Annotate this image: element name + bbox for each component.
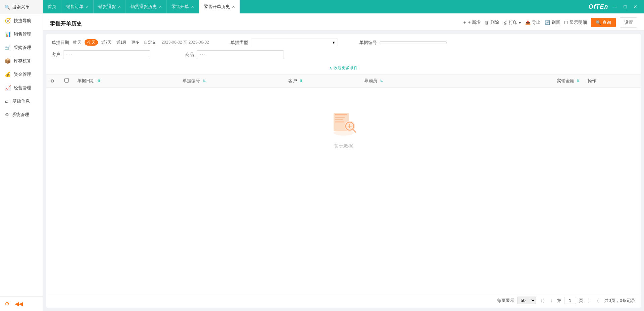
close-tab-sales-return-history[interactable]: ✕ [159,5,162,9]
bill-type-label: 单据类型 [231,40,248,46]
sort-amount-icon[interactable]: ⇅ [577,79,580,83]
minimize-button[interactable]: — [610,3,620,11]
close-tab-retail-open[interactable]: ✕ [191,5,194,9]
date-btn-yesterday[interactable]: 昨天 [72,39,83,46]
page-title: 零售开单历史 [50,20,82,28]
sidebar-item-inventory[interactable]: 📦 库存核算 [0,54,43,68]
th-customer[interactable]: 客户 ⇅ [284,74,360,88]
chevron-down-icon: ▾ [333,40,335,45]
query-label: 查询 [602,19,611,25]
goods-input[interactable]: ··· [197,50,284,59]
close-tab-retail-open-history[interactable]: ✕ [232,5,235,9]
customer-filter: 客户 ··· [52,50,150,59]
th-amount[interactable]: 实销金额 ⇅ [478,74,584,88]
display-detail-button[interactable]: ☐ 显示明细 [564,19,587,25]
delete-button[interactable]: 🗑 删除 [485,19,499,25]
sidebar-search[interactable]: 🔍 搜索采单 [0,0,43,14]
date-btn-custom[interactable]: 自定义 [143,39,157,46]
date-btn-more[interactable]: 更多 [130,39,141,46]
query-button[interactable]: 🔍 查询 [591,18,616,27]
page-suffix: 页 [579,298,583,304]
th-bill-no[interactable]: 单据编号 ⇅ [179,74,284,88]
tab-sales-return-label: 销货退货 [98,4,116,10]
date-btn-last1month[interactable]: 近1月 [115,39,128,46]
tab-sales-order[interactable]: 销售订单 ✕ [61,0,94,13]
refresh-button[interactable]: 🔄 刷新 [545,19,560,25]
sidebar-item-label: 系统管理 [12,112,29,118]
svg-line-8 [353,129,356,132]
filter-row-1: 单据日期 昨天 今天 近7天 近1月 更多 自定义 2023-06-02 至 2… [52,39,635,46]
add-button[interactable]: ＋ + 新增 [462,19,481,25]
search-icon: 🔍 [5,5,10,10]
sidebar-search-label: 搜索采单 [12,4,30,10]
sidebar-item-finance[interactable]: 💰 资金管理 [0,68,43,81]
page-number-input[interactable] [564,297,576,304]
quick-nav-icon: 🧭 [5,18,11,24]
last-page-button[interactable]: ⟩⟩ [594,297,602,304]
topbar: 首页 销售订单 ✕ 销货退货 ✕ 销货退货历史 ✕ 零售开单 ✕ 零售开单历史 … [43,0,644,13]
sort-customer-icon[interactable]: ⇅ [299,79,302,83]
column-settings-icon[interactable]: ⚙ [50,79,54,84]
settings-button[interactable]: 设置 [620,17,637,28]
refresh-label: 刷新 [551,19,560,25]
bill-type-select[interactable]: ▾ [251,39,338,46]
th-settings[interactable]: ⚙ [46,74,60,88]
th-spacer [451,74,478,88]
content-area: 单据日期 昨天 今天 近7天 近1月 更多 自定义 2023-06-02 至 2… [46,34,641,308]
settings-label: 设置 [624,19,633,25]
settings-icon[interactable]: ⚙ [5,301,9,307]
first-page-button[interactable]: ⟨⟨ [539,297,546,304]
collapse-sidebar-icon[interactable]: ◀◀ [15,301,23,307]
sidebar-item-basic-info[interactable]: 🗂 基础信息 [0,95,43,108]
page-header: 零售开单历史 ＋ + 新增 🗑 删除 🖨 打印 ▾ 📤 导出 🔄 刷新 [43,13,644,31]
sidebar-item-operations[interactable]: 📈 经营管理 [0,81,43,95]
sidebar-item-label: 快捷导航 [14,18,31,24]
sidebar-item-quick-nav[interactable]: 🧭 快捷导航 [0,14,43,28]
close-tab-sales-order[interactable]: ✕ [86,5,89,9]
sidebar-item-system[interactable]: ⚙ 系统管理 [0,108,43,121]
total-info: 共0页，0条记录 [604,298,635,304]
svg-rect-3 [335,117,345,118]
date-btn-last7[interactable]: 近7天 [100,39,113,46]
tab-home[interactable]: 首页 [43,0,61,13]
sidebar-item-purchase[interactable]: 🛒 采购管理 [0,41,43,54]
sort-date-icon[interactable]: ⇅ [97,79,100,83]
customer-input[interactable]: ··· [63,50,150,59]
th-salesperson[interactable]: 导购员 ⇅ [360,74,451,88]
pagination: 每页显示 50 100 200 ⟨⟨ ⟨ 第 页 ⟩ ⟩⟩ 共0页，0条记录 [46,293,641,308]
maximize-button[interactable]: □ [621,3,629,11]
sort-bill-no-icon[interactable]: ⇅ [203,79,206,83]
export-label: 导出 [532,19,541,25]
tab-sales-return[interactable]: 销货退货 ✕ [94,0,126,13]
close-button[interactable]: ✕ [631,3,640,11]
tab-retail-open-history[interactable]: 零售开单历史 ✕ [199,0,240,13]
sidebar: 🔍 搜索采单 🧭 快捷导航 📊 销售管理 🛒 采购管理 📦 库存核算 💰 资金管… [0,0,43,311]
main-area: 首页 销售订单 ✕ 销货退货 ✕ 销货退货历史 ✕ 零售开单 ✕ 零售开单历史 … [43,0,644,311]
svg-rect-5 [335,121,344,122]
close-tab-sales-return[interactable]: ✕ [118,5,121,9]
th-salesperson-label: 导购员 [364,78,377,83]
next-page-button[interactable]: ⟩ [586,297,592,304]
sort-salesperson-icon[interactable]: ⇅ [380,79,383,83]
select-all-checkbox[interactable] [64,78,69,83]
export-button[interactable]: 📤 导出 [525,19,541,25]
tab-retail-open-label: 零售开单 [171,4,189,10]
collapse-filter-button[interactable]: ∧ 收起更多条件 [52,63,635,73]
tab-sales-return-history[interactable]: 销货退货历史 ✕ [126,0,167,13]
th-date[interactable]: 单据日期 ⇅ [73,74,179,88]
goods-label: 商品 [185,52,194,58]
page-size-select[interactable]: 50 100 200 [517,297,536,304]
sidebar-item-sales[interactable]: 📊 销售管理 [0,28,43,41]
prev-page-button[interactable]: ⟨ [549,297,554,304]
sidebar-item-label: 采购管理 [14,45,31,51]
checkbox-icon: ☐ [564,20,568,25]
bill-no-input[interactable] [380,41,447,44]
display-label: 显示明细 [569,19,587,25]
date-btn-today[interactable]: 今天 [85,39,98,46]
query-icon: 🔍 [596,20,601,25]
th-date-label: 单据日期 [77,78,95,83]
print-button[interactable]: 🖨 打印 ▾ [503,19,521,25]
sidebar-item-label: 库存核算 [14,58,31,64]
tab-retail-open[interactable]: 零售开单 ✕ [167,0,199,13]
th-checkbox[interactable] [60,74,73,88]
